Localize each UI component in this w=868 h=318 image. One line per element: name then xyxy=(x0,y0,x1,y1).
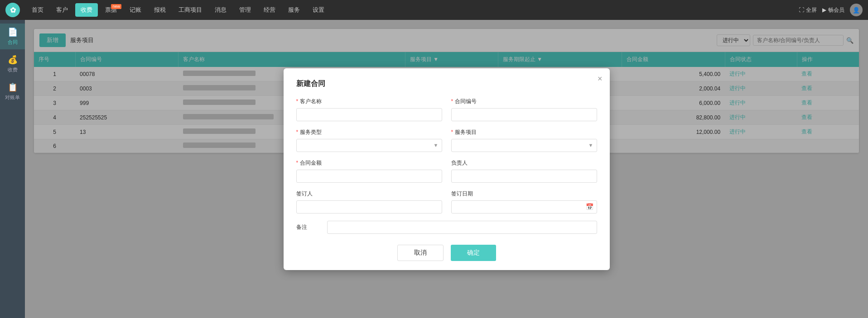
input-responsible[interactable] xyxy=(451,170,597,183)
fullscreen-button[interactable]: ⛶ 全屏 xyxy=(799,6,817,14)
member-icon: ▶ xyxy=(822,7,826,13)
field-note: 备注 xyxy=(296,221,597,234)
modal-close-button[interactable]: × xyxy=(598,75,603,83)
sidebar-label-billing: 收费 xyxy=(8,66,18,73)
field-service-item: * 服务项目 ▼ xyxy=(451,128,597,152)
field-customer: * 客户名称 xyxy=(296,98,442,121)
field-contract-no: * 合同编号 xyxy=(451,98,597,121)
input-note[interactable] xyxy=(327,221,597,234)
fullscreen-icon: ⛶ xyxy=(799,7,804,13)
input-sign-date[interactable]: 2023-06-06 xyxy=(451,200,597,214)
label-service-type: * 服务类型 xyxy=(296,128,442,136)
sidebar-item-billing[interactable]: 💰 收费 xyxy=(0,51,25,77)
main-content: 新增 服务项目 进行中 🔍 序号 合同编号 客户名称 服 xyxy=(25,20,868,318)
field-signer: 签订人 xyxy=(296,190,442,214)
modal-footer: 取消 确定 xyxy=(296,245,597,261)
input-contract-no[interactable] xyxy=(451,108,597,121)
label-service-item: * 服务项目 xyxy=(451,128,597,136)
select-service-type[interactable] xyxy=(296,139,442,152)
label-contract-no: * 合同编号 xyxy=(451,98,597,105)
field-service-type: * 服务类型 ▼ xyxy=(296,128,442,152)
new-contract-modal: 新建合同 × * 客户名称 * 合 xyxy=(284,68,610,270)
input-customer[interactable] xyxy=(296,108,442,121)
nav-bookkeeping[interactable]: 记账 xyxy=(124,3,147,17)
cancel-button[interactable]: 取消 xyxy=(397,245,444,261)
label-responsible: 负责人 xyxy=(451,159,597,167)
field-amount: * 合同金额 0.00 xyxy=(296,159,442,183)
field-responsible: 负责人 xyxy=(451,159,597,183)
label-note: 备注 xyxy=(296,223,323,231)
service-item-select-wrap: ▼ xyxy=(451,139,597,152)
nav-messages[interactable]: 消息 xyxy=(209,3,232,17)
nav-home[interactable]: 首页 xyxy=(26,3,49,17)
sidebar-label-contract: 合同 xyxy=(8,39,18,46)
nav-invoice[interactable]: 票据 new xyxy=(100,3,122,17)
date-wrap: 2023-06-06 📅 xyxy=(451,200,597,214)
nav-settings[interactable]: 设置 xyxy=(307,3,330,17)
field-sign-date: 签订日期 2023-06-06 📅 xyxy=(451,190,597,214)
nav-industrial[interactable]: 工商项目 xyxy=(173,3,207,17)
app-logo: ✿ xyxy=(5,3,20,17)
label-customer: * 客户名称 xyxy=(296,98,442,105)
sidebar: 📄 合同 💰 收费 📋 对账单 xyxy=(0,20,25,318)
nav-tax[interactable]: 报税 xyxy=(149,3,171,17)
modal-title: 新建合同 xyxy=(296,79,597,89)
new-badge: new xyxy=(111,4,121,9)
reconcile-icon: 📋 xyxy=(8,82,18,92)
sidebar-item-reconcile[interactable]: 📋 对账单 xyxy=(0,79,25,104)
logo-icon: ✿ xyxy=(10,6,16,14)
nav-right-area: ⛶ 全屏 ▶ 畅会员 👤 xyxy=(799,4,863,16)
input-amount[interactable]: 0.00 xyxy=(296,170,442,183)
input-signer[interactable] xyxy=(296,200,442,214)
nav-service[interactable]: 服务 xyxy=(283,3,305,17)
member-button[interactable]: ▶ 畅会员 xyxy=(822,6,844,14)
modal-form: * 客户名称 * 合同编号 xyxy=(296,98,597,214)
nav-billing[interactable]: 收费 xyxy=(75,3,98,17)
service-type-select-wrap: ▼ xyxy=(296,139,442,152)
contract-icon: 📄 xyxy=(8,27,18,37)
top-navigation: ✿ 首页 客户 收费 票据 new 记账 报税 工商项目 消息 管理 经营 服务… xyxy=(0,0,868,20)
nav-customer[interactable]: 客户 xyxy=(51,3,73,17)
app-body: 📄 合同 💰 收费 📋 对账单 新增 服务项目 进行中 🔍 xyxy=(0,20,868,318)
nav-operation[interactable]: 经营 xyxy=(258,3,281,17)
billing-icon: 💰 xyxy=(8,55,18,65)
sidebar-label-reconcile: 对账单 xyxy=(5,94,20,101)
calendar-icon[interactable]: 📅 xyxy=(586,203,593,210)
select-service-item[interactable] xyxy=(451,139,597,152)
label-sign-date: 签订日期 xyxy=(451,190,597,198)
nav-management[interactable]: 管理 xyxy=(234,3,256,17)
modal-overlay: 新建合同 × * 客户名称 * 合 xyxy=(25,20,868,318)
label-signer: 签订人 xyxy=(296,190,442,198)
confirm-button[interactable]: 确定 xyxy=(451,245,496,261)
avatar[interactable]: 👤 xyxy=(850,4,863,16)
sidebar-item-contract[interactable]: 📄 合同 xyxy=(0,24,25,49)
label-amount: * 合同金额 xyxy=(296,159,442,167)
